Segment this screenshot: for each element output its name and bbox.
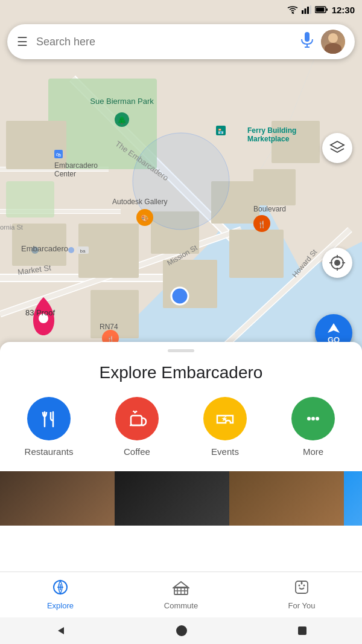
svg-text:Center: Center — [54, 170, 76, 178]
svg-point-103 — [303, 585, 305, 587]
back-button[interactable] — [54, 625, 66, 637]
search-bar[interactable]: ☰ — [7, 24, 355, 59]
svg-text:RN74: RN74 — [100, 323, 118, 331]
coffee-label: Coffee — [124, 446, 150, 457]
svg-rect-18 — [6, 181, 54, 217]
back-icon — [54, 625, 66, 637]
svg-rect-74 — [305, 32, 310, 42]
foryou-nav-icon — [294, 579, 310, 599]
sheet-handle[interactable] — [168, 349, 194, 352]
battery-icon — [315, 6, 328, 13]
svg-text:ba: ba — [80, 248, 86, 254]
status-bar: 12:30 — [0, 0, 362, 19]
svg-text:83 Proof: 83 Proof — [25, 308, 56, 317]
svg-rect-73 — [326, 8, 328, 11]
nav-commute[interactable]: Commute — [121, 579, 241, 610]
hamburger-menu-icon[interactable]: ☰ — [17, 34, 28, 49]
coffee-cup-icon — [125, 407, 148, 430]
nav-explore[interactable]: Explore — [0, 579, 121, 610]
svg-point-92 — [307, 417, 311, 420]
events-label: Events — [211, 446, 239, 457]
svg-text:🏪: 🏪 — [218, 128, 224, 134]
avatar[interactable] — [321, 30, 345, 54]
category-restaurants[interactable]: Restaurants — [16, 397, 82, 457]
thumbnail-4[interactable] — [344, 471, 362, 526]
navigation-arrow-icon — [326, 322, 341, 334]
events-circle: ★ — [203, 397, 247, 440]
status-time: 12:30 — [332, 5, 355, 15]
ticket-icon: ★ — [214, 407, 237, 430]
microphone-icon[interactable] — [300, 32, 314, 51]
home-circle-icon — [176, 625, 188, 637]
categories-row: Restaurants Coffee ★ — [0, 397, 362, 457]
svg-point-102 — [299, 585, 300, 587]
location-button[interactable] — [322, 248, 352, 278]
foryou-nav-label: For You — [288, 601, 316, 610]
recents-button[interactable] — [297, 625, 308, 636]
more-dots-icon — [302, 407, 325, 430]
explore-nav-label: Explore — [47, 601, 74, 610]
svg-point-62 — [68, 247, 74, 253]
svg-point-105 — [176, 625, 187, 636]
thumbnail-2[interactable] — [115, 471, 229, 526]
restaurants-label: Restaurants — [25, 446, 74, 457]
location-target-icon — [329, 255, 345, 271]
category-more[interactable]: More — [280, 397, 346, 457]
status-icons: 12:30 — [287, 5, 355, 15]
svg-point-66 — [291, 12, 293, 14]
svg-rect-69 — [307, 7, 309, 14]
nav-foryou[interactable]: For You — [241, 579, 362, 610]
restaurants-circle — [27, 397, 71, 440]
thumbnail-row — [0, 471, 362, 526]
svg-rect-27 — [253, 169, 296, 205]
svg-text:🍴: 🍴 — [258, 220, 266, 228]
svg-text:🛍: 🛍 — [56, 152, 61, 158]
svg-text:Embarcadero: Embarcadero — [21, 244, 68, 253]
svg-marker-77 — [331, 141, 344, 149]
bottom-sheet: Explore Embarcadero Restaurants — [0, 342, 362, 572]
commute-nav-label: Commute — [164, 601, 198, 610]
svg-text:🌲: 🌲 — [117, 115, 127, 125]
svg-rect-70 — [310, 5, 311, 14]
signal-icon — [302, 5, 311, 14]
svg-text:Embarcadero: Embarcadero — [54, 161, 98, 170]
category-coffee[interactable]: Coffee — [104, 397, 170, 457]
commute-nav-icon — [173, 579, 189, 599]
thumbnail-1[interactable] — [0, 471, 115, 526]
map-layer-button[interactable] — [322, 133, 352, 163]
svg-rect-68 — [304, 8, 306, 14]
coffee-circle — [115, 397, 159, 440]
svg-text:Boulevard: Boulevard — [253, 205, 286, 213]
bottom-navigation: Explore Commute — [0, 572, 362, 617]
svg-rect-67 — [302, 10, 303, 14]
category-events[interactable]: ★ Events — [192, 397, 258, 457]
explore-title: Explore Embarcadero — [0, 363, 362, 382]
search-input[interactable] — [36, 36, 294, 48]
svg-text:★: ★ — [221, 416, 227, 422]
svg-marker-84 — [328, 323, 340, 333]
svg-rect-26 — [229, 230, 284, 278]
svg-text:🎨: 🎨 — [141, 214, 149, 222]
wifi-icon — [287, 5, 298, 14]
recents-square-icon — [297, 625, 308, 636]
system-nav-bar — [0, 617, 362, 644]
thumbnail-3[interactable] — [229, 471, 344, 526]
svg-point-79 — [334, 260, 340, 266]
svg-text:ornia St: ornia St — [0, 224, 23, 231]
svg-rect-23 — [163, 260, 217, 308]
svg-text:Ferry Building: Ferry Building — [247, 126, 296, 135]
svg-text:Marketplace: Marketplace — [247, 135, 290, 143]
svg-marker-104 — [58, 627, 64, 634]
fork-knife-icon — [37, 407, 60, 430]
layers-icon — [329, 140, 345, 156]
svg-text:Sue Bierman Park: Sue Bierman Park — [90, 97, 154, 106]
home-button[interactable] — [176, 625, 188, 637]
svg-point-93 — [311, 417, 315, 420]
svg-point-30 — [171, 288, 188, 304]
svg-text:Autodesk Gallery: Autodesk Gallery — [112, 198, 167, 206]
svg-rect-106 — [298, 626, 306, 635]
svg-point-94 — [316, 417, 319, 420]
svg-rect-72 — [316, 8, 324, 12]
more-label: More — [303, 446, 323, 457]
svg-rect-88 — [131, 416, 142, 425]
